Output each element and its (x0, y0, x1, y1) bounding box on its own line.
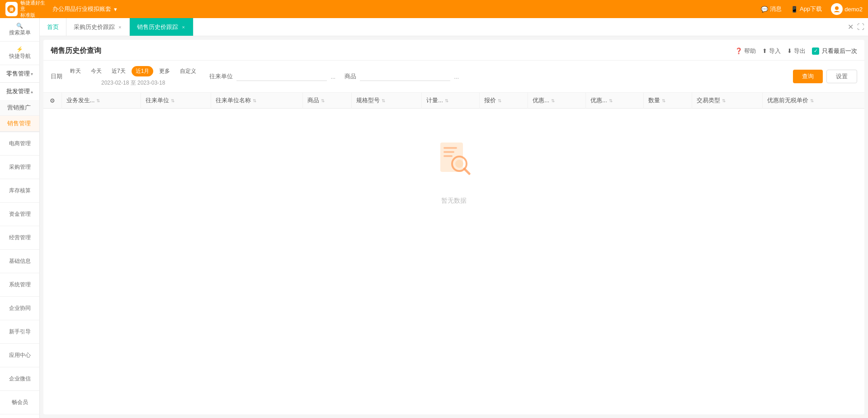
date-btn-7days[interactable]: 近7天 (108, 66, 130, 76)
close-sales-tab-icon[interactable]: × (181, 24, 185, 31)
search-icon: 🔍 (16, 23, 23, 29)
page-header: 销售历史价查询 ❓ 帮助 ⬆ 导入 ⬇ 导出 ✓ (43, 40, 864, 61)
import-button[interactable]: ⬆ 导入 (762, 47, 781, 55)
col-trade-type[interactable]: 交易类型 ⇅ (692, 93, 762, 109)
message-button[interactable]: 💬 消息 (761, 5, 782, 13)
content-area: 首页 采购历史价跟踪 × 销售历史价跟踪 × ✕ ⛶ 销售历史价查询 (40, 18, 868, 418)
empty-icon (431, 136, 476, 190)
col-goods[interactable]: 商品 ⇅ (302, 93, 351, 109)
sidebar-item-system[interactable]: 系统管理 (0, 273, 39, 297)
date-btn-more[interactable]: 更多 (155, 66, 174, 76)
sidebar-section-retail: 零售管理 ▾ (0, 65, 39, 83)
svg-rect-4 (443, 147, 457, 149)
date-btn-today[interactable]: 今天 (87, 66, 106, 76)
sort-icon: ⇅ (321, 98, 325, 103)
filter-right-group: 查询 设置 (793, 70, 857, 83)
col-discount1[interactable]: 优惠... ⇅ (528, 93, 586, 109)
col-notax-price[interactable]: 优惠前无税单价 ⇅ (762, 93, 864, 109)
close-window-icon[interactable]: ✕ (848, 23, 854, 31)
export-button[interactable]: ⬇ 导出 (787, 47, 806, 55)
nav-icon: ⚡ (16, 46, 23, 52)
svg-point-9 (455, 160, 463, 168)
sort-icon: ⇅ (382, 98, 385, 103)
tab-home[interactable]: 首页 (40, 18, 66, 36)
sort-icon: ⇅ (810, 98, 814, 103)
sidebar-item-quick-nav[interactable]: ⚡ 快捷导航 (0, 42, 39, 65)
sidebar-item-finance[interactable]: 资金管理 (0, 203, 39, 226)
col-price[interactable]: 报价 ⇅ (479, 93, 528, 109)
empty-text: 暂无数据 (441, 197, 467, 205)
svg-rect-6 (443, 155, 453, 157)
data-table: ⚙ 业务发生... ⇅ 往来单位 (43, 93, 864, 109)
empty-state: 暂无数据 (43, 109, 864, 232)
col-biz-date[interactable]: 业务发生... ⇅ (61, 93, 141, 109)
checkbox-icon: ✓ (812, 48, 819, 55)
col-partner-name[interactable]: 往来单位名称 ⇅ (211, 93, 302, 109)
export-icon: ⬇ (787, 48, 792, 54)
import-icon: ⬆ (762, 48, 767, 54)
goods-filter-group: 商品 ... (344, 72, 459, 81)
page-title: 销售历史价查询 (51, 46, 101, 56)
sort-icon: ⇅ (171, 98, 175, 103)
col-spec[interactable]: 规格型号 ⇅ (351, 93, 421, 109)
sidebar-item-retail[interactable]: 零售管理 ▾ (0, 65, 39, 82)
close-purchase-tab-icon[interactable]: × (118, 24, 122, 31)
date-btn-yesterday[interactable]: 昨天 (66, 66, 85, 76)
sidebar-item-corp-wechat[interactable]: 企业微信 (0, 367, 39, 391)
message-icon: 💬 (761, 6, 768, 13)
sidebar-item-inventory[interactable]: 库存核算 (0, 179, 39, 203)
sidebar-item-operations[interactable]: 经营管理 (0, 226, 39, 250)
sidebar-item-enterprise[interactable]: 企业协同 (0, 297, 39, 320)
col-unit[interactable]: 计量... ⇅ (421, 93, 479, 109)
date-btn-1month[interactable]: 近1月 (132, 66, 154, 76)
table-container: ⚙ 业务发生... ⇅ 往来单位 (43, 93, 864, 414)
sidebar-item-wholesale[interactable]: 批发管理 ▴ (0, 83, 39, 100)
goods-dots-button[interactable]: ... (454, 73, 459, 80)
col-discount2[interactable]: 优惠... ⇅ (586, 93, 644, 109)
search-button[interactable]: 查询 (793, 70, 823, 83)
col-quantity[interactable]: 数量 ⇅ (643, 93, 692, 109)
chevron-right-icon: ▾ (31, 71, 33, 76)
sidebar-subitem-marketing[interactable]: 营销推广 (0, 100, 39, 116)
app-download-button[interactable]: 📱 App下载 (791, 5, 822, 13)
tab-sales-history[interactable]: 销售历史价跟踪 × (130, 18, 193, 36)
help-button[interactable]: ❓ 帮助 (735, 47, 756, 55)
partner-input[interactable] (236, 72, 327, 81)
settings-icon[interactable]: ⚙ (50, 97, 55, 104)
svg-line-8 (464, 169, 469, 174)
sidebar-subitem-sales-mgmt[interactable]: 销售管理 (0, 116, 39, 132)
sidebar-item-newbie[interactable]: 新手引导 (0, 320, 39, 344)
date-btn-custom[interactable]: 自定义 (176, 66, 200, 76)
svg-rect-5 (443, 151, 454, 153)
chevron-down-icon: ▾ (114, 6, 117, 13)
logo-icon: 捷 (5, 2, 18, 16)
chevron-down-icon: ▴ (31, 89, 33, 94)
sidebar-item-ecommerce[interactable]: 电商管理 (0, 132, 39, 156)
user-profile[interactable]: demo2 (831, 3, 863, 15)
tab-purchase-history[interactable]: 采购历史价跟踪 × (66, 18, 130, 36)
sidebar-item-app-center[interactable]: 应用中心 (0, 344, 39, 367)
col-partner-code[interactable]: 往来单位 ⇅ (141, 93, 211, 109)
svg-point-2 (835, 6, 839, 10)
date-filter-group: 日期 昨天 今天 近7天 近1月 更多 自定义 2023-02-18 至 202… (51, 66, 200, 87)
date-options: 昨天 今天 近7天 近1月 更多 自定义 2023-02-18 至 2023-0… (66, 66, 200, 87)
tab-bar: 首页 采购历史价跟踪 × 销售历史价跟踪 × ✕ ⛶ (40, 18, 868, 36)
maximize-window-icon[interactable]: ⛶ (857, 23, 864, 31)
sidebar-item-purchase[interactable]: 采购管理 (0, 156, 39, 179)
goods-input[interactable] (360, 72, 450, 81)
sidebar: 🔍 搜索菜单 ⚡ 快捷导航 零售管理 ▾ 批发管理 ▴ 营销推广 销售管理 (0, 18, 40, 418)
only-last-checkbox[interactable]: ✓ 只看最后一次 (812, 47, 857, 55)
partner-dots-button[interactable]: ... (330, 73, 335, 80)
sidebar-item-search-menu[interactable]: 🔍 搜索菜单 (0, 18, 39, 42)
page-header-actions: ❓ 帮助 ⬆ 导入 ⬇ 导出 ✓ 只看最后一次 (735, 47, 857, 55)
settings-button[interactable]: 设置 (826, 70, 857, 83)
sort-icon: ⇅ (662, 98, 665, 103)
sidebar-item-membership[interactable]: 畅会员 (0, 391, 39, 414)
company-selector[interactable]: 办公用品行业模拟账套 ▾ (52, 5, 117, 13)
sort-icon: ⇅ (96, 98, 100, 103)
sidebar-item-basics[interactable]: 基础信息 (0, 250, 39, 273)
window-controls: ✕ ⛶ (844, 23, 868, 31)
sort-icon: ⇅ (498, 98, 501, 103)
table-settings-col[interactable]: ⚙ (43, 93, 61, 109)
logo-text: 畅捷通好生意 标准版 (20, 0, 45, 18)
